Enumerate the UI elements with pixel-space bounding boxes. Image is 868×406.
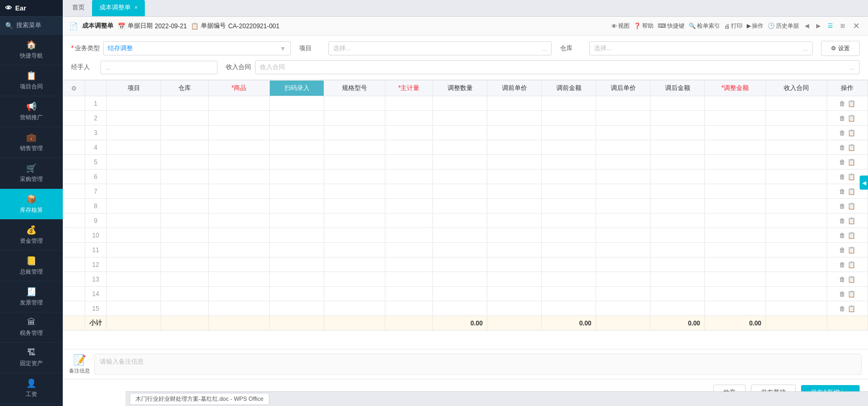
- cell-spec[interactable]: [324, 184, 385, 199]
- cell-project[interactable]: [107, 287, 161, 301]
- cell-adjust-qty[interactable]: [433, 257, 487, 272]
- cell-unit[interactable]: [385, 184, 433, 199]
- layout-list-icon[interactable]: ☰: [826, 22, 835, 29]
- cell-warehouse[interactable]: [161, 184, 209, 199]
- cell-unit[interactable]: [385, 213, 433, 228]
- sidebar-item-project-contract[interactable]: 📋 项目合同: [0, 65, 63, 96]
- cell-income-contract[interactable]: [766, 257, 827, 272]
- cell-income-contract[interactable]: [766, 170, 827, 184]
- cell-before-amount[interactable]: [542, 243, 596, 257]
- business-type-input[interactable]: 结存调整 ▼: [103, 41, 291, 55]
- action-help[interactable]: ❓ 帮助: [634, 22, 654, 30]
- row-delete-icon[interactable]: 🗑: [839, 100, 846, 107]
- cell-after-price[interactable]: [596, 126, 650, 140]
- cell-unit[interactable]: [385, 243, 433, 257]
- cell-before-price[interactable]: [487, 199, 542, 213]
- cell-scan[interactable]: [270, 287, 324, 301]
- cell-after-amount[interactable]: [650, 199, 705, 213]
- cell-before-price[interactable]: [487, 140, 542, 155]
- row-copy-icon[interactable]: 📋: [848, 246, 855, 254]
- action-history[interactable]: 🕐 历史单据: [768, 22, 799, 30]
- tab-home[interactable]: 首页: [65, 0, 92, 16]
- cell-unit[interactable]: [385, 155, 433, 170]
- cell-after-amount[interactable]: [650, 155, 705, 170]
- cell-after-amount[interactable]: [650, 228, 705, 243]
- cell-adjust-amount[interactable]: [705, 199, 766, 213]
- cell-product[interactable]: [209, 199, 270, 213]
- row-copy-icon[interactable]: 📋: [848, 276, 855, 283]
- note-input[interactable]: 请输入备注信息: [94, 354, 862, 375]
- row-copy-icon[interactable]: 📋: [848, 144, 855, 151]
- cell-after-amount[interactable]: [650, 257, 705, 272]
- cell-spec[interactable]: [324, 287, 385, 301]
- cell-spec[interactable]: [324, 111, 385, 126]
- cell-warehouse[interactable]: [161, 199, 209, 213]
- cell-spec[interactable]: [324, 301, 385, 316]
- cell-product[interactable]: [209, 257, 270, 272]
- cell-product[interactable]: [209, 184, 270, 199]
- cell-warehouse[interactable]: [161, 96, 209, 111]
- cell-before-price[interactable]: [487, 111, 542, 126]
- cell-warehouse[interactable]: [161, 301, 209, 316]
- cell-unit[interactable]: [385, 257, 433, 272]
- row-delete-icon[interactable]: 🗑: [839, 261, 846, 268]
- cell-after-amount[interactable]: [650, 301, 705, 316]
- cell-product[interactable]: [209, 228, 270, 243]
- tab-close-icon[interactable]: ×: [134, 5, 138, 10]
- cell-after-amount[interactable]: [650, 170, 705, 184]
- sidebar-item-ledger-mgmt[interactable]: 📒 总账管理: [0, 251, 63, 281]
- warehouse-input[interactable]: 选择... ...: [589, 41, 813, 55]
- cell-adjust-amount[interactable]: [705, 126, 766, 140]
- row-copy-icon[interactable]: 📋: [848, 159, 855, 166]
- cell-after-amount[interactable]: [650, 287, 705, 301]
- cell-income-contract[interactable]: [766, 140, 827, 155]
- cell-income-contract[interactable]: [766, 243, 827, 257]
- cell-before-price[interactable]: [487, 301, 542, 316]
- row-delete-icon[interactable]: 🗑: [839, 115, 846, 122]
- cell-income-contract[interactable]: [766, 213, 827, 228]
- row-delete-icon[interactable]: 🗑: [839, 232, 846, 239]
- cell-adjust-amount[interactable]: [705, 111, 766, 126]
- cell-project[interactable]: [107, 272, 161, 287]
- cell-scan[interactable]: [270, 243, 324, 257]
- cell-scan[interactable]: [270, 184, 324, 199]
- nav-next-btn[interactable]: ▶: [815, 22, 822, 29]
- th-scan[interactable]: 扫码录入: [270, 81, 324, 96]
- cell-spec[interactable]: [324, 170, 385, 184]
- cell-income-contract[interactable]: [766, 96, 827, 111]
- cell-income-contract[interactable]: [766, 199, 827, 213]
- cell-warehouse[interactable]: [161, 213, 209, 228]
- cell-spec[interactable]: [324, 213, 385, 228]
- cell-project[interactable]: [107, 96, 161, 111]
- cell-spec[interactable]: [324, 126, 385, 140]
- sidebar-item-tax-mgmt[interactable]: 🏛 税务管理: [0, 312, 63, 343]
- cell-warehouse[interactable]: [161, 272, 209, 287]
- cell-spec[interactable]: [324, 272, 385, 287]
- row-delete-icon[interactable]: 🗑: [839, 290, 846, 298]
- cell-spec[interactable]: [324, 257, 385, 272]
- cell-income-contract[interactable]: [766, 155, 827, 170]
- row-copy-icon[interactable]: 📋: [848, 202, 855, 210]
- cell-income-contract[interactable]: [766, 272, 827, 287]
- cell-after-amount[interactable]: [650, 96, 705, 111]
- sidebar-item-sales-promo[interactable]: 📢 营销推广: [0, 96, 63, 127]
- row-delete-icon[interactable]: 🗑: [839, 202, 846, 210]
- cell-warehouse[interactable]: [161, 287, 209, 301]
- row-copy-icon[interactable]: 📋: [848, 100, 855, 107]
- cell-project[interactable]: [107, 257, 161, 272]
- cell-before-amount[interactable]: [542, 184, 596, 199]
- cell-warehouse[interactable]: [161, 243, 209, 257]
- row-copy-icon[interactable]: 📋: [848, 129, 855, 137]
- cell-after-price[interactable]: [596, 140, 650, 155]
- cell-after-price[interactable]: [596, 199, 650, 213]
- cell-adjust-qty[interactable]: [433, 111, 487, 126]
- cell-after-amount[interactable]: [650, 126, 705, 140]
- cell-spec[interactable]: [324, 140, 385, 155]
- cell-project[interactable]: [107, 111, 161, 126]
- cell-project[interactable]: [107, 213, 161, 228]
- cell-before-price[interactable]: [487, 96, 542, 111]
- cell-adjust-amount[interactable]: [705, 301, 766, 316]
- row-delete-icon[interactable]: 🗑: [839, 305, 846, 312]
- cell-scan[interactable]: [270, 96, 324, 111]
- cell-after-price[interactable]: [596, 213, 650, 228]
